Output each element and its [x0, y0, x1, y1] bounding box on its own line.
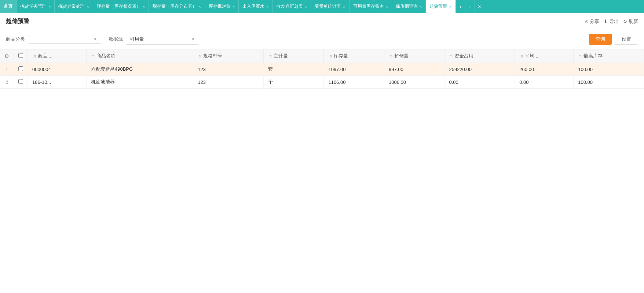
row-checkbox[interactable]: [18, 79, 23, 84]
category-label: 商品分类: [6, 36, 25, 42]
row-num: 1: [0, 63, 14, 76]
close-icon[interactable]: ×: [233, 4, 235, 9]
filter-area: 商品分类 ▼ 数据源 可用量 ▼ 查询 设置: [0, 29, 644, 49]
cell-max-stock: 100.00: [574, 76, 644, 89]
category-select[interactable]: ▼: [28, 35, 101, 44]
nav-item-task-mgmt[interactable]: 拣货任务管理 ×: [17, 0, 55, 13]
nav-item-quality-period[interactable]: 保质期查询 ×: [392, 0, 426, 13]
close-icon[interactable]: ×: [343, 4, 345, 9]
nav-arrow-left[interactable]: ‹: [455, 0, 465, 13]
datasource-select[interactable]: 可用量 ▼: [126, 34, 199, 45]
sort-icon: ⇅: [450, 54, 453, 58]
row-checkbox[interactable]: [18, 66, 23, 71]
col-spec[interactable]: ⇅ 规格型号: [193, 49, 264, 63]
cell-capital: 259220.00: [444, 63, 515, 76]
nav-item-home[interactable]: 首页: [0, 0, 17, 13]
nav-item-order-stats[interactable]: 要货单统计表 ×: [311, 0, 349, 13]
cell-unit: 套: [263, 63, 324, 76]
nav-arrow-right[interactable]: ›: [465, 0, 475, 13]
cell-avg: 0.00: [515, 76, 574, 89]
datasource-label: 数据源: [109, 36, 123, 42]
table-wrapper: ⚙ ⇅ 商品... ⇅ 商品名称 ⇅ 规格型号: [0, 49, 644, 89]
table-row: 1 0000004 六配套新昌490BPG 123 套 1097.00 997.…: [0, 63, 644, 76]
col-select-all: [14, 49, 28, 63]
cell-max-stock: 100.00: [574, 63, 644, 76]
nav-item-overstock-warning[interactable]: 超储预警 ×: [426, 0, 455, 13]
close-icon[interactable]: ×: [198, 4, 201, 9]
overstock-table: ⚙ ⇅ 商品... ⇅ 商品名称 ⇅ 规格型号: [0, 49, 644, 89]
chevron-down-icon: ▼: [93, 37, 97, 41]
refresh-icon: ↻: [623, 19, 627, 24]
cell-stock: 1106.00: [324, 76, 384, 89]
nav-item-batch-ledger[interactable]: 库存批次账 ×: [205, 0, 239, 13]
sort-icon: ⇅: [329, 54, 332, 58]
nav-item-inventory-dist[interactable]: 现存量（库存分布表） ×: [149, 0, 205, 13]
nav-item-collect-summary[interactable]: 收发存汇总表 ×: [273, 0, 311, 13]
cell-overstock: 1006.00: [384, 76, 444, 89]
close-icon[interactable]: ×: [386, 4, 388, 9]
close-icon[interactable]: ×: [143, 4, 145, 9]
col-capital[interactable]: ⇅ 资金占用: [444, 49, 515, 63]
cell-spec: 123: [193, 76, 264, 89]
query-button[interactable]: 查询: [589, 34, 612, 45]
row-checkbox-cell: [14, 76, 28, 89]
refresh-button[interactable]: ↻ 刷新: [623, 18, 638, 25]
datasource-filter: 数据源 可用量 ▼: [109, 34, 199, 45]
nav-item-inventory-status[interactable]: 现存量（库存状况表） ×: [93, 0, 149, 13]
col-product-code[interactable]: ⇅ 商品...: [28, 49, 87, 63]
header-actions: ⎋ 分享 ⬇ 导出 ↻ 刷新: [585, 18, 638, 25]
export-button[interactable]: ⬇ 导出: [604, 18, 619, 25]
table-header-row: ⚙ ⇅ 商品... ⇅ 商品名称 ⇅ 规格型号: [0, 49, 644, 63]
sort-icon: ⇅: [199, 54, 202, 58]
chevron-down-icon: ▼: [191, 37, 195, 41]
nav-item-inout-flow[interactable]: 出入库流水 ×: [239, 0, 272, 13]
col-overstock[interactable]: ⇅ 超储量: [384, 49, 444, 63]
close-icon[interactable]: ×: [420, 4, 422, 9]
close-icon[interactable]: ×: [87, 4, 89, 9]
close-icon[interactable]: ×: [305, 4, 307, 9]
table-row: 2 186-10... 机油滤清器 123 个 1106.00 1006.00 …: [0, 76, 644, 89]
col-product-name[interactable]: ⇅ 商品名称: [87, 49, 193, 63]
cell-product-code: 186-10...: [28, 76, 87, 89]
export-icon: ⬇: [604, 19, 608, 24]
col-gear: ⚙: [0, 49, 14, 63]
nav-item-available-ledger[interactable]: 可用量库存账本 ×: [350, 0, 392, 13]
row-checkbox-cell: [14, 63, 28, 76]
cell-capital: 0.00: [444, 76, 515, 89]
cell-product-code: 0000004: [28, 63, 87, 76]
nav-arrow-close[interactable]: ×: [475, 0, 484, 13]
category-filter: 商品分类 ▼: [6, 35, 101, 44]
close-icon[interactable]: ×: [449, 4, 451, 9]
cell-unit: 个: [263, 76, 324, 89]
settings-button[interactable]: 设置: [615, 34, 638, 45]
cell-stock: 1097.00: [324, 63, 384, 76]
sort-icon: ⇅: [520, 54, 523, 58]
datasource-select-value: 可用量: [130, 36, 144, 42]
col-stock[interactable]: ⇅ 库存量: [324, 49, 384, 63]
cell-product-name: 六配套新昌490BPG: [87, 63, 193, 76]
nav-item-abnormal[interactable]: 拣货异常处理 ×: [55, 0, 93, 13]
select-all-checkbox[interactable]: [18, 53, 23, 58]
sort-icon: ⇅: [269, 54, 272, 58]
cell-product-name: 机油滤清器: [87, 76, 193, 89]
page-title: 超储预警: [6, 18, 29, 25]
close-icon[interactable]: ×: [266, 4, 268, 9]
cell-spec: 123: [193, 63, 264, 76]
page-header: 超储预警 ⎋ 分享 ⬇ 导出 ↻ 刷新: [0, 13, 644, 29]
col-unit[interactable]: ⇅ 主计量: [263, 49, 324, 63]
row-num: 2: [0, 76, 14, 89]
filter-actions: 查询 设置: [589, 34, 638, 45]
sort-icon: ⇅: [579, 54, 582, 58]
page-content: 超储预警 ⎋ 分享 ⬇ 导出 ↻ 刷新 商品分类 ▼ 数据源: [0, 13, 644, 293]
cell-avg: 260.00: [515, 63, 574, 76]
cell-overstock: 997.00: [384, 63, 444, 76]
col-avg[interactable]: ⇅ 平均...: [515, 49, 574, 63]
share-icon: ⎋: [585, 19, 588, 24]
share-button[interactable]: ⎋ 分享: [585, 18, 599, 25]
gear-icon[interactable]: ⚙: [4, 53, 9, 59]
top-navigation: 首页 拣货任务管理 × 拣货异常处理 × 现存量（库存状况表） × 现存量（库存…: [0, 0, 644, 13]
sort-icon: ⇅: [92, 54, 95, 58]
col-max-stock[interactable]: ⇅ 最高库存: [574, 49, 644, 63]
close-icon[interactable]: ×: [48, 4, 51, 9]
sort-icon: ⇅: [33, 54, 36, 58]
